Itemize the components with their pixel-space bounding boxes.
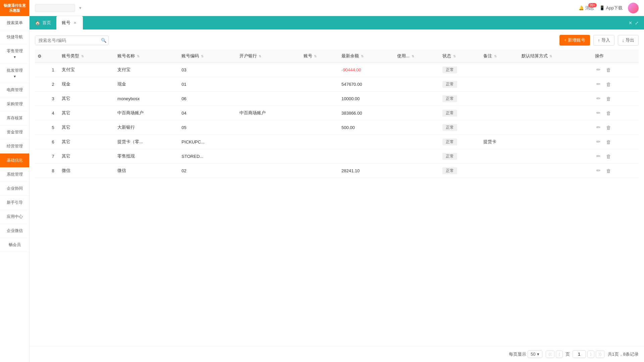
edit-button[interactable]: ✏: [595, 66, 602, 73]
prev-page-button[interactable]: ⟨: [556, 351, 563, 358]
edit-button[interactable]: ✏: [595, 95, 602, 102]
status-badge: 正常: [442, 66, 457, 73]
sidebar-item-enterprise-wechat[interactable]: 企业微信: [0, 224, 29, 238]
close-window-icon[interactable]: ✕: [629, 20, 632, 25]
sidebar-item-basic-info[interactable]: 基础信息: [0, 154, 29, 168]
row-account-code: 06: [179, 92, 236, 106]
col-latest-balance[interactable]: 最新余额 ⇅: [339, 50, 394, 63]
row-account-name: 大新银行: [115, 120, 179, 135]
row-actions: ✏ 🗑: [592, 92, 639, 106]
import-button[interactable]: ↑ 导入: [593, 35, 614, 46]
row-latest-balance: -90444.00: [339, 63, 394, 77]
current-page-input[interactable]: [573, 350, 586, 358]
app-download-button[interactable]: 📱 App下载: [599, 5, 623, 11]
tab-bar: 🏠 首页 账号 ✕ ✕ ⤢: [30, 16, 644, 29]
notification-button[interactable]: 🔔 消息 99+: [579, 5, 594, 11]
sidebar-item-member[interactable]: 畅会员: [0, 238, 29, 252]
sidebar-item-retail-mgmt[interactable]: 零售管理 ▾: [0, 44, 29, 64]
sidebar-item-finance-mgmt[interactable]: 资金管理: [0, 125, 29, 139]
col-account-no[interactable]: 账号 ⇅: [301, 50, 339, 63]
page-size-dropdown[interactable]: 50 ▾: [528, 350, 542, 358]
delete-button[interactable]: 🗑: [605, 138, 612, 145]
menu-label: 资金管理: [7, 129, 23, 135]
sidebar-item-quick-nav[interactable]: 快捷导航: [0, 30, 29, 44]
maximize-icon[interactable]: ⤢: [635, 20, 639, 25]
sidebar-item-enterprise-agreement[interactable]: 企业协同: [0, 182, 29, 196]
tab-label: 账号: [62, 20, 70, 26]
sidebar-item-system-mgmt[interactable]: 系统管理: [0, 168, 29, 182]
first-page-button[interactable]: ⟨⟨: [546, 351, 554, 358]
sidebar-item-purchase-mgmt[interactable]: 采购管理: [0, 97, 29, 111]
edit-button[interactable]: ✏: [595, 167, 602, 174]
sidebar-item-new-guide[interactable]: 新手引导: [0, 196, 29, 210]
next-page-button[interactable]: ⟩: [587, 351, 594, 358]
edit-button[interactable]: ✏: [595, 124, 602, 131]
col-settings: ⚙: [35, 50, 47, 63]
sidebar-item-search-menu[interactable]: 搜索菜单: [0, 16, 29, 30]
delete-button[interactable]: 🗑: [605, 167, 612, 174]
row-bank: [237, 149, 301, 164]
row-usage: [394, 92, 440, 106]
sidebar-item-ecommerce-mgmt[interactable]: 电商管理: [0, 83, 29, 97]
delete-button[interactable]: 🗑: [605, 153, 612, 160]
sidebar-item-wholesale-mgmt[interactable]: 批发管理 ▾: [0, 64, 29, 83]
sidebar-item-inventory[interactable]: 库存核算: [0, 111, 29, 125]
table-row: 1 支付宝 支付宝 03 -90444.00 正常 ✏ 🗑: [35, 63, 639, 77]
status-badge: 正常: [442, 138, 457, 145]
delete-button[interactable]: 🗑: [605, 110, 612, 117]
row-latest-balance: 383866.00: [339, 106, 394, 120]
tab-account[interactable]: 账号 ✕: [56, 16, 83, 29]
edit-button[interactable]: ✏: [595, 153, 602, 160]
menu-label: 畅会员: [9, 242, 21, 248]
export-button[interactable]: ↓ 导出: [618, 35, 639, 46]
col-account-name[interactable]: 账号名称 ⇅: [115, 50, 179, 63]
col-account-type[interactable]: 账号类型 ⇅: [59, 50, 115, 63]
status-badge: 正常: [442, 153, 457, 160]
search-button[interactable]: 🔍: [98, 38, 109, 43]
sidebar-item-operations-mgmt[interactable]: 经营管理: [0, 139, 29, 154]
tab-close-icon[interactable]: ✕: [72, 20, 77, 25]
delete-button[interactable]: 🗑: [605, 66, 612, 73]
row-latest-balance: [339, 135, 394, 149]
edit-button[interactable]: ✏: [595, 80, 602, 88]
sort-icon: ⇅: [412, 54, 414, 58]
user-avatar[interactable]: [628, 3, 639, 13]
col-account-code[interactable]: 账号编码 ⇅: [179, 50, 236, 63]
logo-line1: 畅捷通付生意: [4, 3, 26, 8]
page-size-selector: 每页显示 50 ▾: [509, 350, 542, 358]
row-bank: [237, 164, 301, 178]
delete-button[interactable]: 🗑: [605, 95, 612, 102]
table-row: 8 微信 微信 02 28241.10 正常 ✏ 🗑: [35, 164, 639, 178]
account-search-input[interactable]: [35, 36, 98, 45]
top-bar-search-input[interactable]: [35, 4, 75, 12]
col-status[interactable]: 状态 ⇅: [440, 50, 481, 63]
status-badge: 正常: [442, 110, 457, 117]
row-remark: [481, 106, 519, 120]
row-account-name: 支付宝: [115, 63, 179, 77]
row-bank: [237, 63, 301, 77]
row-default-settlement: [519, 92, 592, 106]
last-page-button[interactable]: ⟩⟩: [596, 351, 604, 358]
row-bank: [237, 120, 301, 135]
row-usage: [394, 77, 440, 92]
col-remark[interactable]: 备注 ⇅: [481, 50, 519, 63]
row-bank: [237, 77, 301, 92]
row-actions: ✏ 🗑: [592, 120, 639, 135]
sidebar: 畅捷通付生意 乐惠版 搜索菜单 快捷导航 零售管理 ▾ 批发管理 ▾ 电商管理 …: [0, 0, 30, 362]
col-usage[interactable]: 使用... ⇅: [394, 50, 440, 63]
row-status: 正常: [440, 63, 481, 77]
row-bank: 中百商场账户: [237, 106, 301, 120]
col-bank[interactable]: 开户银行 ⇅: [237, 50, 301, 63]
col-default-settlement[interactable]: 默认结算方式 ⇅: [519, 50, 592, 63]
menu-label: 基础信息: [7, 158, 23, 163]
delete-button[interactable]: 🗑: [605, 124, 612, 131]
row-account-no: [301, 120, 339, 135]
edit-button[interactable]: ✏: [595, 109, 602, 117]
settings-icon[interactable]: ⚙: [38, 54, 42, 59]
delete-button[interactable]: 🗑: [605, 81, 612, 88]
edit-button[interactable]: ✏: [595, 138, 602, 145]
tab-home[interactable]: 🏠 首页: [30, 16, 56, 29]
row-account-type: 现金: [59, 77, 115, 92]
add-account-button[interactable]: + 新增账号: [559, 35, 590, 46]
sidebar-item-app-center[interactable]: 应用中心: [0, 210, 29, 224]
